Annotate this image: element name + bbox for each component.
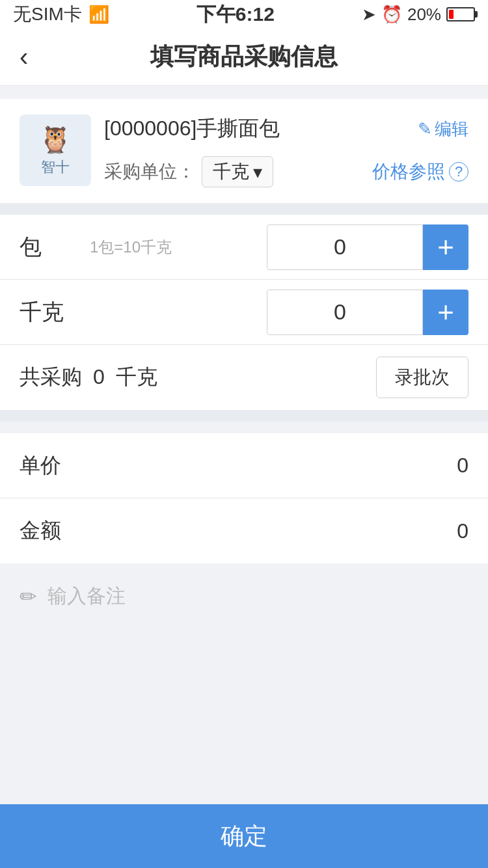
content-area (0, 629, 488, 824)
confirm-label: 确定 (221, 821, 267, 852)
unit-prefix: 采购单位： (104, 159, 195, 184)
unit-value: 千克 (213, 159, 249, 184)
unit-price-label: 单价 (20, 452, 61, 480)
bag-label: 包 (20, 232, 85, 262)
status-bar: 无SIM卡 📶 下午6:12 ➤ ⏰ 20% (0, 0, 488, 29)
location-icon: ➤ (362, 5, 376, 25)
kg-input-wrap: + (267, 290, 468, 335)
amount-label: 金额 (20, 517, 61, 545)
alarm-icon: ⏰ (381, 5, 402, 25)
total-row: 共采购 0 千克 录批次 (0, 345, 488, 410)
kg-input[interactable] (267, 290, 423, 335)
bag-plus-button[interactable]: + (423, 224, 468, 270)
total-prefix: 共采购 (20, 365, 82, 388)
total-unit: 千克 (116, 365, 157, 388)
edit-label: 编辑 (435, 118, 468, 141)
notes-placeholder: 输入备注 (47, 583, 126, 610)
price-ref-button[interactable]: 价格参照 ? (372, 159, 468, 184)
pencil-icon: ✏ (20, 584, 37, 609)
unit-price-row: 单价 0 (0, 433, 488, 498)
product-card: 🦉 智十 [0000006]手撕面包 ✎ 编辑 采购单位： 千克 ▾ 价格参照 … (0, 99, 488, 203)
status-right: ➤ ⏰ 20% (362, 5, 475, 25)
wifi-icon: 📶 (88, 5, 109, 25)
battery-icon (446, 7, 475, 21)
total-amount: 0 (93, 365, 105, 388)
dropdown-arrow-icon: ▾ (253, 161, 262, 183)
amount-row: 金额 0 (0, 498, 488, 563)
product-logo-icon: 🦉 (39, 124, 72, 155)
battery-percent: 20% (407, 5, 441, 25)
unit-label: 采购单位： 千克 ▾ (104, 156, 273, 187)
kg-plus-button[interactable]: + (423, 290, 468, 335)
edit-icon: ✎ (418, 119, 432, 139)
bag-sublabel: 1包=10千克 (90, 237, 267, 258)
status-time: 下午6:12 (197, 1, 275, 28)
kg-label: 千克 (20, 297, 85, 327)
total-text: 共采购 0 千克 (20, 363, 157, 392)
product-info: [0000006]手撕面包 ✎ 编辑 采购单位： 千克 ▾ 价格参照 ? (104, 115, 468, 187)
confirm-button[interactable]: 确定 (0, 804, 488, 868)
edit-button[interactable]: ✎ 编辑 (418, 118, 468, 141)
product-name-row: [0000006]手撕面包 ✎ 编辑 (104, 115, 468, 143)
product-logo-label: 智十 (39, 157, 72, 177)
separator-1 (0, 203, 488, 215)
notes-section[interactable]: ✏ 输入备注 (0, 563, 488, 629)
status-left: 无SIM卡 📶 (13, 2, 109, 27)
separator-2 (0, 410, 488, 422)
amount-value: 0 (457, 519, 468, 543)
product-unit-row: 采购单位： 千克 ▾ 价格参照 ? (104, 156, 468, 187)
price-section: 单价 0 金额 0 (0, 433, 488, 563)
kg-input-row: 千克 + (0, 280, 488, 345)
unit-select[interactable]: 千克 ▾ (202, 156, 273, 187)
input-section: 包 1包=10千克 + 千克 + (0, 215, 488, 345)
bag-input-wrap: + (267, 224, 468, 270)
price-ref-label: 价格参照 (372, 159, 445, 184)
back-button[interactable]: ‹ (20, 42, 28, 72)
product-name: [0000006]手撕面包 (104, 115, 280, 143)
unit-price-value: 0 (457, 454, 468, 478)
batch-button[interactable]: 录批次 (376, 357, 468, 398)
nav-bar: ‹ 填写商品采购信息 (0, 29, 488, 86)
carrier-text: 无SIM卡 (13, 2, 82, 27)
help-icon: ? (449, 162, 468, 182)
page-title: 填写商品采购信息 (150, 41, 338, 73)
product-image: 🦉 智十 (20, 115, 91, 186)
bag-input-row: 包 1包=10千克 + (0, 215, 488, 280)
bag-input[interactable] (267, 224, 423, 270)
